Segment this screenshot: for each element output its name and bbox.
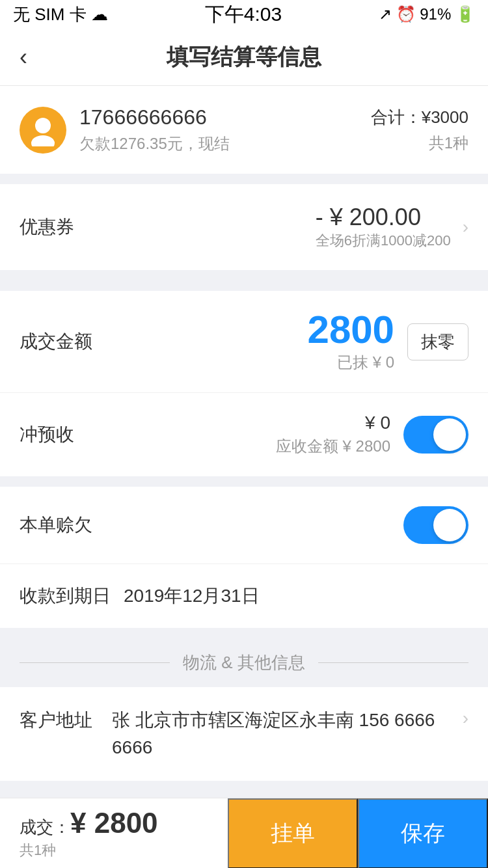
nav-bar: ‹ 填写结算等信息 <box>0 29 488 86</box>
content-area: 17666666666 欠款1276.35元，现结 合计：¥3000 共1种 优… <box>0 86 488 868</box>
amount-label: 成交金额 <box>20 329 92 354</box>
status-time: 下午4:03 <box>205 1 282 28</box>
transaction-amount: 2800 <box>308 310 394 349</box>
amount-value-block: 2800 已抹 ¥ 0 <box>308 310 394 373</box>
status-right: ↗ ⏰ 91% 🔋 <box>379 5 475 23</box>
bottom-bar: 成交：¥ 2800 共1种 挂单 保存 <box>0 798 488 868</box>
customer-card: 17666666666 欠款1276.35元，现结 合计：¥3000 共1种 <box>0 86 488 174</box>
avatar-icon <box>27 114 59 146</box>
prepay-row: 冲预收 ¥ 0 应收金额 ¥ 2800 <box>0 393 488 476</box>
address-row[interactable]: 客户地址 张 北京市市辖区海淀区永丰南 156 6666 6666 › <box>0 687 488 781</box>
customer-phone: 17666666666 <box>79 105 230 129</box>
debt-label: 本单赊欠 <box>20 513 92 537</box>
prepay-receivable: 应收金额 ¥ 2800 <box>276 436 390 457</box>
due-date-label: 收款到期日 <box>20 584 111 608</box>
prepay-amount: ¥ 0 <box>276 413 390 433</box>
address-value: 张 北京市市辖区海淀区永丰南 156 6666 6666 <box>112 707 456 761</box>
logistics-header: 物流 & 其他信息 <box>0 638 488 687</box>
status-left: 无 SIM 卡 ☁ <box>13 3 108 26</box>
divider-line-left <box>20 662 170 663</box>
bottom-summary: 成交：¥ 2800 共1种 <box>0 807 228 860</box>
debt-row: 本单赊欠 <box>0 487 488 563</box>
bottom-amount: ¥ 2800 <box>70 807 158 839</box>
svg-point-1 <box>31 135 55 146</box>
due-date-row: 收款到期日 2019年12月31日 <box>0 563 488 628</box>
save-button[interactable]: 保存 <box>358 798 488 869</box>
prepay-label: 冲预收 <box>20 422 74 447</box>
customer-total: 合计：¥3000 共1种 <box>371 106 468 154</box>
page-title: 填写结算等信息 <box>167 42 321 72</box>
sim-status: 无 SIM 卡 ☁ <box>13 3 108 26</box>
amount-row: 成交金额 2800 已抹 ¥ 0 抹零 <box>0 291 488 393</box>
hold-button[interactable]: 挂单 <box>228 798 358 869</box>
back-button[interactable]: ‹ <box>20 44 27 71</box>
customer-left: 17666666666 欠款1276.35元，现结 <box>20 105 230 154</box>
divider-line-right <box>318 662 468 663</box>
bottom-count: 共1种 <box>20 841 208 860</box>
svg-point-0 <box>35 118 51 133</box>
battery-icon: ↗ ⏰ 91% 🔋 <box>379 5 475 23</box>
customer-debt: 欠款1276.35元，现结 <box>79 133 230 154</box>
coupon-discount: - ¥ 200.00 <box>316 204 451 231</box>
round-button[interactable]: 抹零 <box>407 323 468 360</box>
prepay-right: ¥ 0 应收金额 ¥ 2800 <box>276 413 468 457</box>
due-date-value: 2019年12月31日 <box>124 584 260 608</box>
section-divider-2 <box>0 476 488 487</box>
form-card: 成交金额 2800 已抹 ¥ 0 抹零 冲预收 ¥ 0 应收金额 ¥ 2800 <box>0 291 488 476</box>
avatar <box>20 107 66 154</box>
logistics-header-text: 物流 & 其他信息 <box>183 651 305 674</box>
prepay-amount-block: ¥ 0 应收金额 ¥ 2800 <box>276 413 390 457</box>
address-chevron-icon: › <box>463 707 468 729</box>
prepay-toggle[interactable] <box>403 416 468 454</box>
status-bar: 无 SIM 卡 ☁ 下午4:03 ↗ ⏰ 91% 🔋 <box>0 0 488 29</box>
coupon-description: 全场6折满1000减200 <box>316 231 451 251</box>
logistics-section: 物流 & 其他信息 <box>0 638 488 687</box>
total-label: 合计：¥3000 <box>371 106 468 129</box>
amount-right: 2800 已抹 ¥ 0 抹零 <box>308 310 468 373</box>
customer-info: 17666666666 欠款1276.35元，现结 <box>79 105 230 154</box>
coupon-right: - ¥ 200.00 全场6折满1000减200 › <box>316 204 468 251</box>
amount-erased: 已抹 ¥ 0 <box>308 352 394 373</box>
address-label: 客户地址 <box>20 707 92 733</box>
coupon-row[interactable]: 优惠券 - ¥ 200.00 全场6折满1000减200 › <box>0 184 488 270</box>
bottom-deal-label: 成交：¥ 2800 <box>20 807 208 839</box>
section-divider-1 <box>0 280 488 291</box>
chevron-right-icon: › <box>463 217 468 237</box>
total-count: 共1种 <box>371 133 468 154</box>
debt-toggle[interactable] <box>403 506 468 544</box>
coupon-label: 优惠券 <box>20 215 74 239</box>
